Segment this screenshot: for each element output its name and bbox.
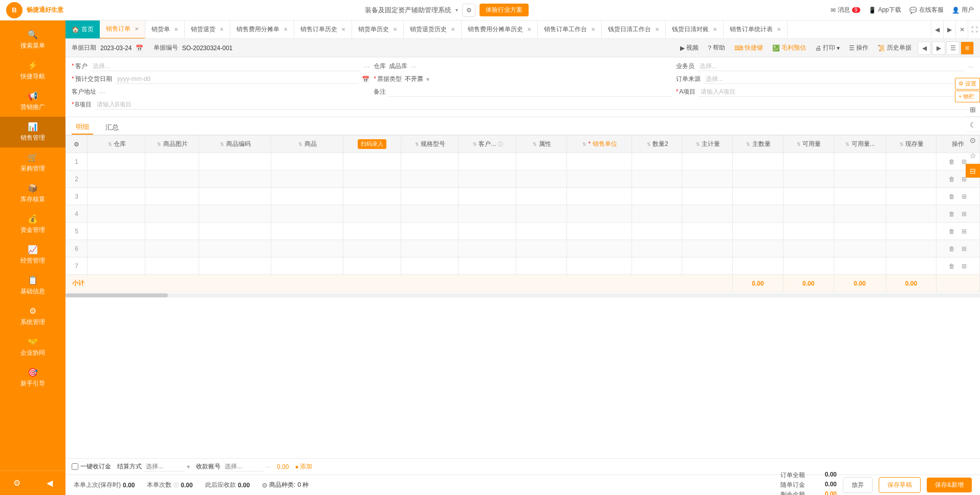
property-sort-icon[interactable]: ⇅	[533, 142, 537, 147]
sidebar-item-marketing[interactable]: 📢 营销推广	[0, 86, 66, 117]
sidebar-item-enterprise[interactable]: 🤝 企业协同	[0, 332, 66, 362]
tab-close-order-workbench[interactable]: ✕	[591, 27, 595, 32]
row-product-1[interactable]	[271, 153, 343, 170]
tab-close-fee-history[interactable]: ✕	[527, 27, 531, 32]
stock-sort-icon[interactable]: ⇅	[900, 142, 904, 147]
available2-sort-icon[interactable]: ⇅	[845, 142, 850, 147]
invoice-type-dropdown[interactable]: ▾	[426, 76, 429, 83]
tab-next-button[interactable]: ▶	[943, 20, 955, 39]
customer-code-sort-icon[interactable]: ⇅	[473, 142, 477, 147]
row-stock-1[interactable]	[886, 153, 937, 170]
row-delete-1[interactable]: 🗑	[947, 157, 957, 167]
row-warehouse-3[interactable]	[88, 188, 145, 205]
row-code-2[interactable]	[199, 170, 271, 188]
tab-return-history[interactable]: 销货退货历史 ✕	[404, 20, 462, 39]
warehouse-sort-icon[interactable]: ⇅	[108, 142, 112, 147]
row-property-2[interactable]	[516, 170, 567, 188]
tab-sales-order-history[interactable]: 销售订单历史 ✕	[294, 20, 352, 39]
row-available-1[interactable]	[783, 153, 834, 170]
delivery-calendar-icon[interactable]: 📅	[362, 76, 369, 83]
right-panel-btn-2[interactable]: ☾	[966, 118, 980, 132]
th-settings[interactable]: ⚙	[66, 136, 88, 153]
tab-close-order-history[interactable]: ✕	[341, 27, 345, 32]
history-button[interactable]: 📜 历史单据	[875, 42, 914, 53]
tab-fee-history[interactable]: 销售费用分摊单历史 ✕	[462, 20, 538, 39]
tab-close-sales-goods[interactable]: ✕	[174, 27, 178, 32]
tab-close-daily-reconcile[interactable]: ✕	[713, 27, 717, 32]
right-panel-btn-3[interactable]: ⊙	[966, 133, 980, 147]
row-delete-5[interactable]: 🗑	[947, 226, 957, 236]
settle-method-dropdown[interactable]: ▾	[187, 463, 190, 470]
user-button[interactable]: 👤 用户	[952, 6, 974, 14]
row-delete-2[interactable]: 🗑	[947, 174, 957, 184]
grid-view-button[interactable]: ☰	[946, 41, 960, 55]
tab-detail[interactable]: 明细	[72, 120, 93, 135]
industry-button[interactable]: 体验行业方案	[480, 4, 529, 16]
sidebar-item-sales[interactable]: 📊 销售管理	[0, 117, 66, 147]
row-property-1[interactable]	[516, 153, 567, 170]
tab-close-sales-order[interactable]: ✕	[135, 26, 139, 32]
row-copy-3[interactable]: ⊞	[959, 191, 969, 202]
tab-sales-order[interactable]: 销售订单 ✕	[100, 20, 145, 39]
row-unit-1[interactable]	[567, 153, 631, 170]
row-main-unit-2[interactable]	[682, 170, 733, 188]
row-spec-2[interactable]	[401, 170, 459, 188]
right-panel-btn-5[interactable]: ⊟	[966, 164, 980, 178]
row-available2-2[interactable]	[834, 170, 886, 188]
product-sort-icon[interactable]: ⇅	[298, 142, 302, 147]
tab-prev-button[interactable]: ◀	[931, 20, 943, 39]
row-copy-4[interactable]: ⊞	[959, 209, 969, 219]
row-qty2-2[interactable]	[631, 170, 682, 188]
delivery-date-input[interactable]	[115, 74, 359, 84]
sidebar-item-operations[interactable]: 📈 经营管理	[0, 240, 66, 270]
th-qty2[interactable]: ⇅ 数量2	[631, 136, 682, 153]
quick-settle-checkbox[interactable]: 一键收订金	[72, 462, 111, 471]
quick-settle-input[interactable]	[72, 463, 78, 470]
sidebar-item-quick-nav[interactable]: ⚡ 快捷导航	[0, 55, 66, 86]
tab-order-stats[interactable]: 销售订单统计表 ✕	[724, 20, 788, 39]
operate-button[interactable]: ☰ 操作	[846, 42, 872, 53]
tab-home[interactable]: 🏠 首页	[66, 20, 100, 39]
row-delete-3[interactable]: 🗑	[947, 191, 957, 202]
tab-close-sales-fee[interactable]: ✕	[284, 27, 288, 32]
salesperson-input[interactable]	[698, 61, 965, 71]
row-unit-2[interactable]	[567, 170, 631, 188]
shortcut-button[interactable]: ⌨ 快捷键	[731, 42, 766, 53]
address-dots[interactable]: ···	[99, 88, 105, 96]
right-panel-btn-4[interactable]: ☆	[966, 148, 980, 163]
row-delete-7[interactable]: 🗑	[947, 261, 957, 271]
product-code-sort-icon[interactable]: ⇅	[220, 142, 224, 147]
row-delete-4[interactable]: 🗑	[947, 209, 957, 219]
spec-sort-icon[interactable]: ⇅	[415, 142, 419, 147]
salesperson-dots[interactable]: ···	[968, 62, 974, 71]
row-stock-2[interactable]	[886, 170, 937, 188]
th-product-code[interactable]: ⇅ 商品编码	[199, 136, 271, 153]
row-warehouse-2[interactable]	[88, 170, 145, 188]
tab-close-all-button[interactable]: ✕	[955, 20, 968, 39]
tab-close-daily-workbench[interactable]: ✕	[655, 27, 659, 32]
tab-close-return-history[interactable]: ✕	[451, 27, 455, 32]
settle-method-input[interactable]	[144, 462, 185, 471]
right-panel-btn-1[interactable]: ⊞	[966, 102, 980, 117]
customer-dots[interactable]: ···	[364, 62, 370, 71]
system-dropdown-icon[interactable]: ▾	[455, 7, 458, 13]
add-button[interactable]: ● 添加	[295, 462, 312, 471]
row-code-3[interactable]	[199, 188, 271, 205]
settings-side-button[interactable]: ⚙ 设置	[955, 78, 980, 90]
th-stock[interactable]: ⇅ 现存量	[886, 136, 937, 153]
sidebar-item-purchase[interactable]: 🛒 采购管理	[0, 147, 66, 178]
row-copy-5[interactable]: ⊞	[959, 226, 969, 236]
tab-fullscreen-button[interactable]: ⛶	[968, 20, 980, 39]
row-copy-6[interactable]: ⊞	[959, 244, 969, 254]
row-delete-6[interactable]: 🗑	[947, 244, 957, 254]
th-unit[interactable]: ⇅ * 销售单位	[567, 136, 631, 153]
tab-goods-history[interactable]: 销货单历史 ✕	[352, 20, 404, 39]
print-dropdown-icon[interactable]: ▾	[837, 45, 840, 52]
row-product-2[interactable]	[271, 170, 343, 188]
order-source-input[interactable]	[704, 74, 968, 84]
row-main-unit-1[interactable]	[682, 153, 733, 170]
debt-info-icon[interactable]: ⓘ	[173, 482, 179, 489]
sidebar-settings-button[interactable]: ⚙	[13, 474, 20, 492]
main-unit-sort-icon[interactable]: ⇅	[696, 142, 700, 147]
discard-button[interactable]: 放弃	[843, 477, 873, 493]
